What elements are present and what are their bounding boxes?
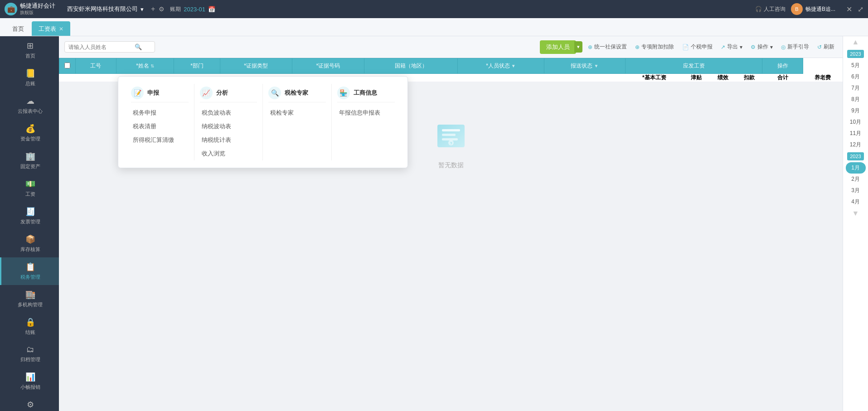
month-10[interactable]: 10月 [846,116,866,128]
name-sort-icon: ⇅ [150,63,154,68]
tab-salary-close[interactable]: ✕ [59,26,63,32]
analysis-icon: 📈 [200,87,213,99]
menu-tax-wave2[interactable]: 纳税波动表 [200,120,257,133]
dropdown-col-business: 🏪 工商信息 年报信息申报表 [332,84,401,160]
period-value[interactable]: 2023-01 [184,6,205,13]
export-icon: ↗ [721,44,725,50]
sidebar-label-home: 首页 [25,53,35,59]
category-shenb: 📝 申报 [131,84,189,102]
date-nav-up[interactable]: ▲ [850,36,861,48]
home-icon: ⊞ [27,41,34,51]
sidebar-item-xiaochang[interactable]: 📊 小畅报销 [0,367,59,395]
logo: 💼 畅捷通好会计 旗舰版 [5,2,63,16]
th-id-type: *证据类型 [220,58,292,74]
dropdown-col-expert: 🔍 税检专家 税检专家 [263,84,332,160]
menu-tax-submit[interactable]: 税务申报 [131,106,189,120]
th-report-label: 报送状态 [571,62,592,70]
sidebar: ⊞ 首页 📒 总账 ☁ 云报表中心 💰 资金管理 🏢 固定资产 💵 工资 🧾 发… [0,36,59,411]
operation-label: 操作 [757,43,768,51]
add-person-dropdown-button[interactable]: ▾ [574,41,582,53]
sidebar-item-multi[interactable]: 🏬 多机构管理 [0,285,59,313]
menu-tax-wave[interactable]: 税负波动表 [200,106,257,120]
sidebar-item-ledger[interactable]: 📒 总账 [0,64,59,92]
user-btn[interactable]: B 畅捷通B追... [791,3,835,15]
th2-empty8 [458,74,544,82]
month-9[interactable]: 9月 [846,105,866,116]
newbie-guide-btn[interactable]: ◎ 新手引导 [778,41,812,53]
refresh-btn[interactable]: ↺ 刷新 [815,41,837,53]
sidebar-label-invoice: 发票管理 [20,218,40,225]
month-3[interactable]: 3月 [846,185,866,196]
sidebar-item-archive[interactable]: 🗂 归档管理 [0,340,59,367]
tabs-bar: 首页 工资表 ✕ [0,18,868,36]
service-btn[interactable]: 🎧 人工咨询 [755,5,786,13]
sidebar-item-funds[interactable]: 💰 资金管理 [0,119,59,147]
toolbar: 🔍 添加人员 ▾ ⊕ 统一社保设置 ⊕ 专项附加扣除 📄 个税申报 [59,36,843,58]
month-6[interactable]: 6月 [846,71,866,82]
th-report-status[interactable]: 报送状态 ▼ [544,58,625,74]
menu-income-browse[interactable]: 收入浏览 [200,147,257,160]
month-1[interactable]: 1月 [846,162,866,174]
sidebar-label-funds: 资金管理 [20,135,40,142]
sidebar-item-salary[interactable]: 💵 工资 [0,174,59,202]
month-11[interactable]: 11月 [846,128,866,139]
month-2[interactable]: 2月 [846,174,866,185]
close-btn[interactable]: ✕ [846,5,852,14]
th2-empty1 [59,74,76,82]
tab-salary[interactable]: 工资表 ✕ [32,21,70,36]
company-selector[interactable]: 西安虾米网络科技有限公司 ▾ [63,3,147,15]
th-checkbox[interactable] [59,58,76,74]
guide-toolbar-icon: ◎ [781,44,786,50]
operation-btn[interactable]: ⚙ 操作 ▾ [748,41,776,53]
tab-home[interactable]: 首页 [5,21,31,36]
sidebar-item-invoice[interactable]: 🧾 发票管理 [0,202,59,230]
month-7[interactable]: 7月 [846,82,866,94]
special-deduction-btn[interactable]: ⊕ 专项附加扣除 [632,41,677,53]
settings-icon-btn[interactable]: ⚙ [159,5,165,13]
export-dropdown-icon: ▾ [740,44,742,50]
menu-tax-stat[interactable]: 纳税统计表 [200,133,257,147]
month-12[interactable]: 12月 [846,139,866,150]
add-icon-btn[interactable]: + [151,5,155,13]
menu-annual-report[interactable]: 年报信息申报表 [337,106,395,120]
th-name[interactable]: *姓名 ⇅ [116,58,174,74]
month-8[interactable]: 8月 [846,94,866,105]
calendar-icon[interactable]: 📅 [208,6,215,13]
select-all-checkbox[interactable] [64,63,70,68]
logo-icon: 💼 [5,3,17,15]
month-5[interactable]: 5月 [846,60,866,71]
expert-label: 税检专家 [285,89,308,97]
sidebar-label-ledger: 总账 [25,80,35,87]
menu-tax-table[interactable]: 税表清册 [131,120,189,133]
sidebar-item-settings[interactable]: ⚙ 基础设置 [0,395,59,411]
social-insurance-btn[interactable]: ⊕ 统一社保设置 [585,41,630,53]
year-2023-second[interactable]: 2023 [847,152,863,160]
sidebar-item-cloud[interactable]: ☁ 云报表中心 [0,92,59,119]
expand-btn[interactable]: ⤢ [858,5,863,14]
sidebar-label-inventory: 库存核算 [20,246,40,253]
th-performance: 绩效 [709,74,736,82]
inventory-icon: 📦 [25,234,35,244]
month-4[interactable]: 4月 [846,196,866,208]
menu-income-calc[interactable]: 所得税汇算清缴 [131,133,189,147]
th-name-label: *姓名 [136,62,149,70]
sidebar-item-tax[interactable]: 📋 税务管理 [0,257,59,285]
menu-tax-expert[interactable]: 税检专家 [268,106,326,120]
svg-rect-1 [442,129,460,131]
funds-icon: 💰 [25,124,35,134]
sidebar-item-close[interactable]: 🔒 结账 [0,313,59,340]
sidebar-item-inventory[interactable]: 📦 库存核算 [0,230,59,257]
th-total: 合计 [762,74,803,82]
tax-report-btn[interactable]: 📄 个税申报 [679,41,715,53]
logo-text-group: 畅捷通好会计 旗舰版 [20,2,55,16]
search-input[interactable] [68,44,132,50]
sidebar-item-assets[interactable]: 🏢 固定资产 [0,147,59,174]
date-nav-down[interactable]: ▼ [850,208,861,219]
export-btn[interactable]: ↗ 导出 ▾ [718,41,745,53]
th-status[interactable]: *人员状态 ▼ [458,58,544,74]
add-person-button[interactable]: 添加人员 [540,40,576,54]
year-2023-first[interactable]: 2023 [847,50,863,58]
empty-text: 暂无数据 [438,161,464,169]
th-deduction: 扣款 [736,74,762,82]
sidebar-item-home[interactable]: ⊞ 首页 [0,36,59,64]
